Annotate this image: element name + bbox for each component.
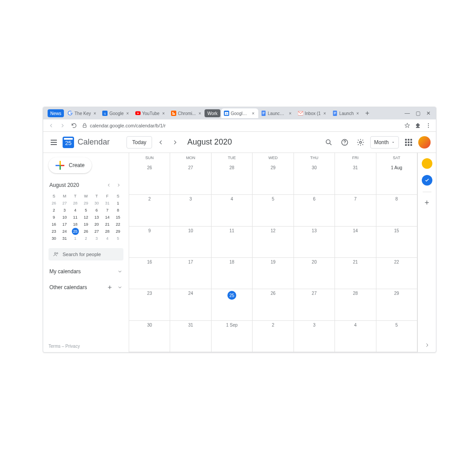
browser-tab[interactable]: Chromi...× [168,108,205,118]
mini-day[interactable]: 20 [91,221,102,228]
mini-day[interactable]: 6 [91,207,102,214]
mini-day[interactable]: 23 [48,228,59,235]
forward-button[interactable] [59,122,66,129]
tab-close-icon[interactable]: × [161,111,166,115]
day-cell[interactable]: 26 [253,289,294,320]
day-cell[interactable]: 29 [253,164,294,195]
mini-day[interactable]: 28 [102,228,112,235]
mini-day[interactable]: 29 [81,200,91,207]
privacy-link[interactable]: Privacy [65,344,80,349]
browser-tab[interactable]: Launch Pr× [258,108,295,118]
search-people-input[interactable]: Search for people [48,248,123,260]
mini-prev-button[interactable] [105,181,113,189]
mini-day[interactable]: 26 [81,228,91,235]
tab-close-icon[interactable]: × [197,111,202,115]
tab-close-icon[interactable]: × [251,111,256,115]
browser-tab[interactable]: The Key× [65,108,100,118]
day-cell[interactable]: 6 [294,195,335,226]
day-cell[interactable]: 22 [376,258,417,289]
mini-day[interactable]: 27 [91,228,102,235]
mini-day[interactable]: 25 [72,228,79,235]
mini-day[interactable]: 31 [59,235,70,242]
mini-day[interactable]: 18 [70,221,81,228]
mini-day[interactable]: 14 [102,214,112,221]
day-cell[interactable]: 31 [335,164,376,195]
browser-tab[interactable]: Launch × [330,108,363,118]
tab-close-icon[interactable]: × [323,111,327,115]
prev-period-button[interactable] [156,137,166,148]
star-icon[interactable] [404,123,410,129]
account-avatar[interactable] [418,136,431,149]
settings-button[interactable] [354,136,367,149]
tab-close-icon[interactable]: × [126,111,130,115]
mini-day[interactable]: 19 [81,221,91,228]
day-cell[interactable]: 30 [294,164,335,195]
day-cell[interactable]: 8 [376,195,417,226]
day-cell[interactable]: 12 [253,227,294,258]
day-cell[interactable]: 4 [212,195,253,226]
add-on-button[interactable]: + [424,198,429,208]
tab-close-icon[interactable]: × [288,111,293,115]
terms-link[interactable]: Terms [48,344,60,349]
day-cell[interactable]: 24 [170,289,211,320]
day-cell[interactable]: 23 [129,289,170,320]
day-cell[interactable]: 29 [376,289,417,320]
mini-day[interactable]: 30 [91,200,102,207]
mini-day[interactable]: 2 [81,235,91,242]
day-cell[interactable]: 21 [335,258,376,289]
day-cell[interactable]: 11 [212,227,253,258]
day-cell[interactable]: 1 Aug [376,164,417,195]
browser-tab[interactable]: GGoogle × [100,108,132,118]
day-cell[interactable]: 30 [129,321,170,352]
mini-day[interactable]: 12 [81,214,91,221]
day-cell[interactable]: 2 [129,195,170,226]
mini-day[interactable]: 16 [48,221,59,228]
tasks-icon[interactable] [422,175,432,186]
browser-tab[interactable]: YouTube× [133,108,168,118]
mini-day[interactable]: 3 [91,235,102,242]
keep-icon[interactable] [422,158,432,169]
day-cell[interactable]: 18 [212,258,253,289]
day-cell[interactable]: 27 [170,164,211,195]
mini-day[interactable]: 17 [59,221,70,228]
day-cell[interactable]: 15 [376,227,417,258]
mini-day[interactable]: 4 [102,235,112,242]
minimize-button[interactable]: — [404,110,410,116]
other-calendars-section[interactable]: Other calendars [48,283,123,292]
tab-group-news[interactable]: News [48,109,64,117]
mini-day[interactable]: 31 [102,200,112,207]
day-cell[interactable]: 3 [294,321,335,352]
my-calendars-section[interactable]: My calendars [48,267,123,276]
mini-day[interactable]: 4 [70,207,81,214]
reload-button[interactable] [71,122,78,129]
day-cell[interactable]: 5 [376,321,417,352]
day-cell[interactable]: 19 [253,258,294,289]
day-cell[interactable]: 1 Sep [212,321,253,352]
close-button[interactable]: ✕ [425,110,431,116]
collapse-panel-button[interactable] [424,342,430,348]
day-cell[interactable]: 28 [212,164,253,195]
mini-day[interactable]: 26 [48,200,59,207]
tab-group-work[interactable]: Work [205,109,220,117]
mini-day[interactable]: 10 [59,214,70,221]
mini-day[interactable]: 22 [113,221,123,228]
mini-day[interactable]: 29 [113,228,123,235]
mini-day[interactable]: 5 [113,235,123,242]
google-apps-button[interactable] [402,136,415,149]
search-button[interactable] [323,136,335,149]
help-button[interactable] [338,136,351,149]
extensions-icon[interactable] [415,123,421,129]
today-button[interactable]: Today [126,136,152,149]
day-cell[interactable]: 28 [335,289,376,320]
day-cell[interactable]: 20 [294,258,335,289]
mini-day[interactable]: 1 [70,235,81,242]
mini-day[interactable]: 13 [91,214,102,221]
mini-day[interactable]: 9 [48,214,59,221]
day-cell[interactable]: 7 [335,195,376,226]
browser-tab[interactable]: 25Google C× [221,108,258,118]
mini-day[interactable]: 27 [59,200,70,207]
mini-day[interactable]: 5 [81,207,91,214]
day-cell[interactable]: 9 [129,227,170,258]
day-cell[interactable]: 3 [170,195,211,226]
new-tab-button[interactable]: + [362,108,372,118]
